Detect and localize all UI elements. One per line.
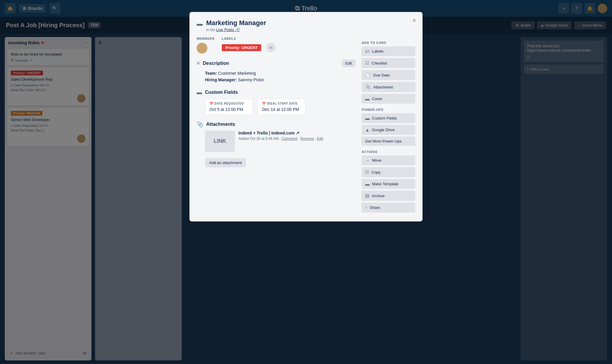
description-title: Description bbox=[203, 61, 229, 66]
checklist-button[interactable]: ☑ Checklist bbox=[362, 58, 415, 68]
archive-button[interactable]: ▤ Archive bbox=[362, 191, 415, 201]
date-requested-value: Oct 5 at 12:00 PM bbox=[209, 107, 248, 112]
team-line: Team: Customer Marketing bbox=[205, 70, 356, 77]
custom-fields-powerup-icon: ▬ bbox=[365, 116, 370, 121]
attachment-info: Indeed + Trello | Indeed.com ↗ Added Oct… bbox=[238, 131, 356, 152]
remove-link[interactable]: Remove bbox=[300, 137, 314, 141]
copy-icon-btn: ⊡ bbox=[365, 169, 369, 175]
add-attachment-button[interactable]: Add an attachment bbox=[205, 158, 246, 167]
modal-close-button[interactable]: × bbox=[409, 16, 419, 25]
checklist-icon: ☑ bbox=[365, 60, 369, 66]
comment-link[interactable]: Comment bbox=[282, 137, 297, 141]
edit-description-button[interactable]: Edit bbox=[342, 59, 356, 67]
modal-header-text: Marketing Manager in list Live Posts 🔗 bbox=[206, 19, 266, 32]
ideal-start-field[interactable]: 📅 IDEAL START DATE Dec 14 at 12:00 PM bbox=[258, 99, 305, 115]
clock-icon: 🕐 bbox=[365, 72, 371, 78]
list-link[interactable]: Live Posts 🔗 bbox=[216, 27, 240, 32]
description-header: ≡ Description Edit bbox=[197, 59, 356, 67]
attachments-header: 📎 Attachments bbox=[197, 121, 356, 128]
calendar-icon-2: 📅 bbox=[262, 102, 266, 105]
labels-button[interactable]: 🏷 Labels bbox=[362, 46, 415, 56]
ideal-start-value: Dec 14 at 12:00 PM bbox=[262, 107, 301, 112]
custom-fields-powerup-button[interactable]: ▬ Custom Fields bbox=[362, 113, 415, 123]
make-template-button[interactable]: ▬ Make Template bbox=[362, 179, 415, 189]
attachment-icon: 📎 bbox=[197, 121, 203, 128]
labels-section: LABELS Priority: URGENT ＋ bbox=[222, 37, 276, 53]
archive-icon: ▤ bbox=[365, 193, 369, 198]
move-icon: → bbox=[365, 158, 370, 163]
edit-link[interactable]: Edit bbox=[317, 137, 323, 141]
share-button[interactable]: ↑ Share bbox=[362, 203, 415, 212]
attachments-title: Attachments bbox=[206, 122, 235, 127]
copy-button[interactable]: ⊡ Copy bbox=[362, 167, 415, 177]
power-ups-title: POWER-UPS bbox=[362, 108, 415, 111]
members-title: MEMBERS bbox=[197, 37, 215, 40]
modal-title: Marketing Manager bbox=[206, 19, 266, 27]
paperclip-icon: 📎 bbox=[365, 84, 371, 90]
modal-body: MEMBERS LABELS Priority: URGENT ＋ ≡ bbox=[197, 37, 415, 214]
modal-header: ▬ Marketing Manager in list Live Posts 🔗 bbox=[197, 19, 415, 32]
custom-fields-title: Custom Fields bbox=[205, 90, 238, 95]
cover-icon: ▬ bbox=[365, 96, 370, 101]
add-label-button[interactable]: ＋ bbox=[266, 43, 276, 52]
attachment-item: LINK Indeed + Trello | Indeed.com ↗ Adde… bbox=[197, 131, 356, 152]
description-content: Team: Customer Marketing Hiring Manager:… bbox=[197, 70, 356, 83]
card-modal: × ▬ Marketing Manager in list Live Posts… bbox=[189, 12, 423, 221]
priority-label: Priority: URGENT bbox=[222, 44, 261, 51]
share-icon: ↑ bbox=[365, 205, 368, 210]
google-drive-powerup-button[interactable]: ▲ Google Drive bbox=[362, 125, 415, 135]
attachment-meta: Added Oct 30 at 8:48 AM - Comment - Remo… bbox=[238, 137, 356, 141]
custom-fields-header: ▬ Custom Fields bbox=[197, 89, 356, 96]
description-section: ≡ Description Edit Team: Customer Market… bbox=[197, 59, 356, 83]
get-more-powerups-button[interactable]: Get More Power-Ups bbox=[362, 137, 415, 146]
members-section: MEMBERS bbox=[197, 37, 215, 53]
modal-main: MEMBERS LABELS Priority: URGENT ＋ ≡ bbox=[197, 37, 356, 214]
custom-fields-icon: ▬ bbox=[197, 89, 202, 96]
member-avatar[interactable] bbox=[197, 43, 207, 53]
add-to-card-title: ADD TO CARD bbox=[362, 41, 415, 45]
labels-title: LABELS bbox=[222, 37, 276, 40]
attachment-thumbnail[interactable]: LINK bbox=[205, 131, 235, 152]
members-labels-row: MEMBERS LABELS Priority: URGENT ＋ bbox=[197, 37, 356, 53]
due-date-button[interactable]: 🕐 Due Date bbox=[362, 70, 415, 80]
card-icon: ▬ bbox=[197, 20, 203, 27]
actions-title: ACTIONS bbox=[362, 150, 415, 154]
template-icon-btn: ▬ bbox=[365, 181, 370, 186]
attachments-section: 📎 Attachments LINK Indeed + Trello | Ind… bbox=[197, 121, 356, 167]
modal-subtitle: in list Live Posts 🔗 bbox=[206, 27, 266, 32]
label-icon: 🏷 bbox=[365, 49, 370, 54]
modal-overlay[interactable]: × ▬ Marketing Manager in list Live Posts… bbox=[0, 0, 612, 364]
modal-sidebar: ADD TO CARD 🏷 Labels ☑ Checklist 🕐 Due D… bbox=[362, 37, 415, 214]
drive-icon: ▲ bbox=[365, 127, 370, 132]
date-requested-label: 📅 DATE REQUESTED bbox=[209, 102, 248, 105]
description-icon: ≡ bbox=[197, 60, 200, 66]
move-button[interactable]: → Move bbox=[362, 155, 415, 165]
attachment-button[interactable]: 📎 Attachment bbox=[362, 82, 415, 92]
custom-fields-grid: 📅 DATE REQUESTED Oct 5 at 12:00 PM 📅 IDE… bbox=[197, 99, 356, 115]
calendar-icon: 📅 bbox=[209, 102, 213, 105]
cover-button[interactable]: ▬ Cover bbox=[362, 94, 415, 104]
manager-line: Hiring Manager: Sammy Pivlot bbox=[205, 77, 356, 83]
attachment-name: Indeed + Trello | Indeed.com ↗ bbox=[238, 131, 356, 135]
custom-fields-section: ▬ Custom Fields 📅 DATE REQUESTED Oct 5 a… bbox=[197, 89, 356, 115]
labels-row: Priority: URGENT ＋ bbox=[222, 43, 276, 52]
date-requested-field[interactable]: 📅 DATE REQUESTED Oct 5 at 12:00 PM bbox=[205, 99, 253, 115]
ideal-start-label: 📅 IDEAL START DATE bbox=[262, 102, 301, 105]
